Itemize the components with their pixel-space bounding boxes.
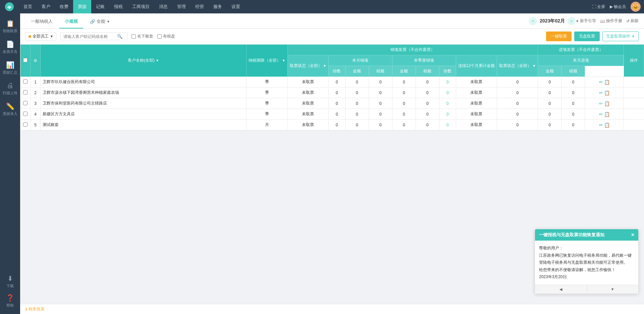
sale-12m-link[interactable]: 0 bbox=[446, 112, 449, 117]
row-num: 1 bbox=[31, 77, 41, 87]
th-sale-month-group: 本月销项 bbox=[328, 55, 392, 66]
checkbox-tax-disk-input[interactable] bbox=[157, 34, 162, 39]
th-sale-season-tax: 税额 bbox=[416, 66, 439, 77]
row-checkbox[interactable] bbox=[23, 112, 28, 116]
row-sale-month-tax: 0 bbox=[369, 120, 392, 130]
edit-btn[interactable]: ✏ bbox=[599, 122, 603, 128]
nav-fee[interactable]: 收费 bbox=[55, 0, 73, 13]
checkbox-tax-disk[interactable]: 有税盘 bbox=[157, 34, 175, 39]
sale-12m-link[interactable]: 0 bbox=[446, 123, 449, 127]
notif-tab-1[interactable]: ◀ bbox=[535, 285, 587, 294]
diskless-fetch-more-btn[interactable]: 无盘取票操作 ▼ bbox=[602, 32, 639, 41]
detail-btn[interactable]: 📋 bbox=[604, 112, 610, 117]
top-nav: 首页 客户 收费 票据 记账 报税 工商项目 消息 管理 经营 服务 设置 ⛶ … bbox=[0, 0, 644, 13]
nav-home[interactable]: 首页 bbox=[19, 0, 37, 13]
sidebar-item-entry[interactable]: ✏️ 票据录入 bbox=[1, 100, 19, 119]
member-btn[interactable]: ▶ 畅会员 bbox=[610, 4, 626, 10]
diskless-fetch-btn[interactable]: 无盘取票 bbox=[574, 32, 600, 41]
sidebar-item-open-invoice[interactable]: 📄 发票开具 bbox=[1, 38, 19, 57]
row-period: 月 bbox=[247, 120, 287, 130]
detail-btn[interactable]: 📋 bbox=[604, 90, 610, 96]
row-sale-shares: 0 bbox=[328, 98, 345, 109]
search-input-wrap: 🔍 bbox=[60, 33, 127, 40]
row-sale-12m: 0 bbox=[439, 98, 456, 109]
nav-operation[interactable]: 经营 bbox=[191, 0, 209, 13]
th-sale-month-tax: 税额 bbox=[369, 66, 392, 77]
row-sale-month-amt: 0 bbox=[345, 109, 369, 120]
detail-btn[interactable]: 📋 bbox=[604, 101, 610, 106]
nav-settings[interactable]: 设置 bbox=[227, 0, 245, 13]
sale-12m-link[interactable]: 0 bbox=[446, 80, 449, 84]
search-input[interactable] bbox=[63, 34, 117, 39]
sale-12m-link[interactable]: 0 bbox=[446, 101, 449, 106]
manual-btn[interactable]: 📖 操作手册 bbox=[600, 18, 622, 24]
sale-12m-link[interactable]: 0 bbox=[446, 90, 449, 95]
tab-general-taxpayer[interactable]: 一般纳税人 bbox=[25, 15, 58, 28]
row-checkbox[interactable] bbox=[23, 101, 28, 105]
nav-business[interactable]: 工商项目 bbox=[127, 0, 154, 13]
th-sale-month-shares: 份数 bbox=[328, 66, 345, 77]
filter-bar: 全部员工 ▼ 🔍 名下账套 有税盘 一键取票 无盘取票 无盘取票操作 ▼ bbox=[20, 29, 644, 44]
edit-btn[interactable]: ✏ bbox=[599, 101, 603, 106]
fullscreen-btn[interactable]: ⛶ 全屏 bbox=[592, 4, 605, 10]
sidebar-item-scan[interactable]: 🖨 扫描上传 bbox=[1, 79, 19, 98]
row-in-amt: 0 bbox=[538, 120, 561, 130]
nav-invoice[interactable]: 票据 bbox=[73, 0, 91, 13]
row-sale-status: 未取票 bbox=[287, 77, 328, 87]
row-in-tax: 0 bbox=[561, 109, 585, 120]
notif-tab-2[interactable]: ▼ bbox=[587, 285, 639, 294]
row-in-tax: 0 bbox=[561, 87, 585, 98]
footer-bar: ℹ 税务政策 bbox=[20, 304, 644, 314]
row-in-status: 未取票 bbox=[456, 120, 497, 130]
summary-icon: 📊 bbox=[6, 61, 14, 69]
refresh-btn[interactable]: ↺ 刷新 bbox=[626, 18, 639, 24]
avatar[interactable]: 🐱 bbox=[631, 2, 641, 12]
search-icon[interactable]: 🔍 bbox=[117, 34, 122, 39]
nav-tax[interactable]: 报税 bbox=[109, 0, 127, 13]
notif-close-btn[interactable]: × bbox=[631, 232, 634, 238]
th-in-month-shares: 份数 bbox=[439, 66, 456, 77]
toolbar-right: ✦ 新手引导 📖 操作手册 ↺ 刷新 bbox=[576, 18, 639, 24]
tab-all[interactable]: 🔗 全能 ▼ bbox=[85, 15, 115, 28]
row-checkbox[interactable] bbox=[23, 90, 28, 95]
guide-btn[interactable]: ✦ 新手引导 bbox=[576, 18, 596, 24]
tax-policy-link[interactable]: 税务政策 bbox=[29, 306, 45, 312]
nav-service[interactable]: 服务 bbox=[209, 0, 227, 13]
row-in-shares: 0 bbox=[497, 87, 538, 98]
th-sale-season-group: 本季度销项 bbox=[392, 55, 456, 66]
row-in-status: 未取票 bbox=[456, 98, 497, 109]
nav-customer[interactable]: 客户 bbox=[37, 0, 55, 13]
row-checkbox[interactable] bbox=[23, 122, 28, 127]
row-in-tax: 0 bbox=[561, 120, 585, 130]
help-icon: ❓ bbox=[6, 294, 14, 302]
row-sale-season-amt: 0 bbox=[392, 120, 416, 130]
edit-btn[interactable]: ✏ bbox=[599, 90, 603, 96]
checkbox-my-accounts[interactable]: 名下账套 bbox=[131, 34, 153, 39]
nav-message[interactable]: 消息 bbox=[154, 0, 172, 13]
employee-select[interactable]: 全部员工 ▼ bbox=[25, 32, 56, 41]
edit-btn[interactable]: ✏ bbox=[599, 112, 603, 117]
row-sale-season-amt: 0 bbox=[392, 87, 416, 98]
row-checkbox[interactable] bbox=[23, 79, 28, 84]
nav-manage[interactable]: 管理 bbox=[172, 0, 191, 13]
one-click-fetch-btn[interactable]: 一键取票 bbox=[546, 32, 572, 41]
nav-bookkeep[interactable]: 记账 bbox=[91, 0, 109, 13]
detail-btn[interactable]: 📋 bbox=[604, 79, 610, 85]
sidebar: 📋 智能取票 📄 发票开具 📊 票据汇总 🖨 扫描上传 ✏️ 票据录入 ⬇ 下载… bbox=[0, 13, 20, 314]
checkbox-my-accounts-input[interactable] bbox=[131, 34, 136, 39]
sidebar-item-smart-invoice[interactable]: 📋 智能取票 bbox=[1, 17, 19, 36]
select-all-checkbox[interactable] bbox=[23, 58, 28, 62]
detail-btn[interactable]: 📋 bbox=[604, 122, 610, 128]
edit-btn[interactable]: ✏ bbox=[599, 79, 603, 85]
tab-small-scale[interactable]: 小规模 bbox=[59, 15, 83, 28]
prev-month-btn[interactable]: ＜ bbox=[529, 17, 537, 25]
sidebar-item-summary[interactable]: 📊 票据汇总 bbox=[1, 58, 19, 78]
row-sale-shares: 0 bbox=[328, 120, 345, 130]
notif-title: 一键报税与无盘取票功能恢复通知 bbox=[539, 232, 604, 238]
sidebar-item-download[interactable]: ⬇ 下载 bbox=[1, 272, 19, 291]
row-in-shares: 0 bbox=[497, 109, 538, 120]
next-month-btn[interactable]: ＞ bbox=[568, 17, 576, 25]
sidebar-item-help[interactable]: ❓ 帮助 bbox=[1, 291, 19, 311]
row-action: ✏ 📋 bbox=[585, 77, 624, 87]
more-chevron-icon: ▼ bbox=[632, 35, 635, 38]
